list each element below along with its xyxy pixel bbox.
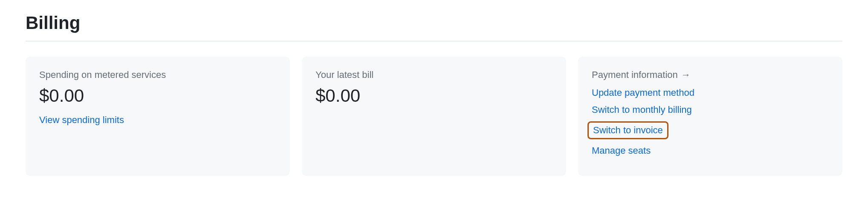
latest-bill-card-title: Your latest bill: [315, 69, 553, 80]
billing-cards-row: Spending on metered services $0.00 View …: [26, 57, 842, 176]
page-title: Billing: [26, 13, 842, 33]
divider: [26, 41, 842, 41]
payment-info-header[interactable]: Payment information →: [592, 69, 829, 80]
switch-to-invoice-link[interactable]: Switch to invoice: [593, 125, 663, 136]
switch-monthly-billing-link[interactable]: Switch to monthly billing: [592, 104, 692, 115]
spending-card-amount: $0.00: [39, 86, 276, 106]
payment-info-title: Payment information: [592, 69, 678, 80]
update-payment-method-link[interactable]: Update payment method: [592, 87, 694, 98]
spending-card: Spending on metered services $0.00 View …: [26, 57, 290, 176]
spending-card-title: Spending on metered services: [39, 69, 276, 80]
latest-bill-card-amount: $0.00: [315, 86, 553, 106]
latest-bill-card: Your latest bill $0.00: [302, 57, 566, 176]
payment-info-card: Payment information → Update payment met…: [578, 57, 842, 176]
manage-seats-link[interactable]: Manage seats: [592, 145, 651, 156]
view-spending-limits-link[interactable]: View spending limits: [39, 115, 124, 126]
payment-links-list: Update payment method Switch to monthly …: [592, 87, 829, 156]
switch-invoice-highlight: Switch to invoice: [587, 121, 668, 139]
arrow-right-icon: →: [681, 69, 691, 80]
